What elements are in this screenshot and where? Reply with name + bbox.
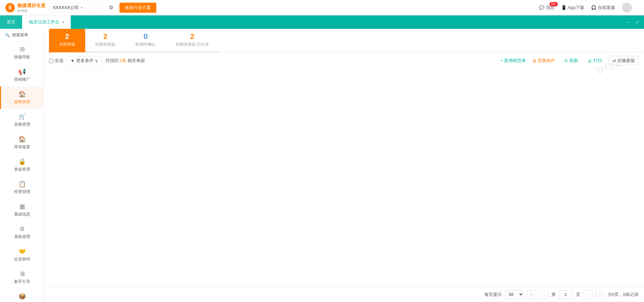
stats-tab-pending[interactable]: 0 旺铺待确认 <box>125 29 166 52</box>
switch-icon: ⇄ <box>612 58 616 63</box>
sidebar-item-operation[interactable]: 📋 经营管理 <box>0 176 43 199</box>
sidebar-system-label: 系统管理 <box>14 234 30 240</box>
sidebar-shortcut-label: 快捷导航 <box>14 54 30 60</box>
tab-home[interactable]: 首页 <box>0 15 22 29</box>
batch-label: 批量操作 <box>538 58 555 64</box>
page-size-select[interactable]: 50 10 20 100 <box>505 290 524 299</box>
sidebar-item-guide[interactable]: 🖥 新手引导 <box>0 266 43 289</box>
stats-tab-shipped[interactable]: 2 到期未收款 已出库 <box>166 29 219 52</box>
trial-button[interactable]: 体验行业方案 <box>119 3 156 13</box>
found-prefix: 共找到 <box>105 58 118 63</box>
print-button[interactable]: 🖨 打印 <box>585 56 605 65</box>
sidebar-finance-label: 资金管理 <box>14 167 30 172</box>
stats-count-shipped: 2 <box>191 33 195 40</box>
current-page-input[interactable] <box>559 290 573 299</box>
operation-icon: 📋 <box>18 180 26 188</box>
company-name: XXXXXX公司 <box>53 5 79 11</box>
switch-label: 切换新版 <box>618 58 635 64</box>
sidebar-sales-label: 销售管理 <box>14 99 30 105</box>
refresh-label: 刷新 <box>570 58 578 64</box>
sidebar-item-finance[interactable]: 🔒 资金管理 <box>0 154 43 176</box>
sidebar-item-sales[interactable]: 🏠 销售管理 <box>0 86 43 109</box>
chevron-down-icon: ▾ <box>81 6 83 9</box>
basic-icon: ▦ <box>18 203 26 210</box>
toolbar-left: 全选 ▼ 更多条件 ∨ 共找到 0条 相关单据 <box>49 56 496 65</box>
sidebar-purchase-label: 采购管理 <box>14 122 30 127</box>
prev-page-button[interactable]: ＜ <box>539 290 548 299</box>
batch-icon: ⊞ <box>533 58 536 63</box>
select-all-checkbox[interactable]: 全选 <box>49 58 63 64</box>
sidebar-item-basic[interactable]: ▦ 基础信息 <box>0 199 43 221</box>
first-page-button[interactable]: ⟨⟨ <box>527 290 536 299</box>
found-count: 0条 <box>120 58 126 63</box>
refresh-button[interactable]: ↻ 刷新 <box>562 56 581 65</box>
sidebar-marketing-label: 营销推广 <box>14 77 30 82</box>
app-download-button[interactable]: 📱 App下载 <box>561 5 584 11</box>
batch-operation-button[interactable]: ⊞ 批量操作 <box>530 56 558 65</box>
shortcut-icon: ⊞ <box>18 46 26 53</box>
sidebar-item-system[interactable]: ⚙ 系统管理 <box>0 221 43 244</box>
header-left: 6 畅捷通好生意 标准版 XXXXXX公司 ▾ ⚙ 体验行业方案 <box>5 2 156 13</box>
refresh-icon: ↻ <box>565 58 568 63</box>
appcenter-icon: 📦 <box>18 293 26 300</box>
tab-workbench[interactable]: 钱货日清工作台 × <box>22 15 71 29</box>
print-icon: 🖨 <box>588 58 592 63</box>
app-edition: 标准版 <box>17 8 46 13</box>
switch-version-button[interactable]: ⇄ 切换新版 <box>609 56 639 65</box>
stats-count-overdue: 2 <box>103 33 107 40</box>
tab-home-label: 首页 <box>7 19 15 25</box>
sidebar-operation-label: 经营管理 <box>14 189 30 195</box>
messages-badge: 99+ <box>549 2 557 6</box>
sidebar-item-cooperation[interactable]: 🤝 企业协同 <box>0 244 43 266</box>
online-service-label: 在线客服 <box>598 5 615 11</box>
online-service-button[interactable]: 🎧 在线客服 <box>591 5 615 11</box>
guide-icon: 🖥 <box>18 270 26 278</box>
last-page-button[interactable]: ⟩⟩ <box>596 290 604 299</box>
toolbar-right: + 新增销货单 ⊞ 批量操作 ↻ 刷新 🖨 打印 ⇄ <box>500 56 639 65</box>
service-icon: 🎧 <box>591 5 596 10</box>
header-right: 💬 消息 99+ 📱 App下载 🎧 在线客服 <box>539 3 639 13</box>
header: 6 畅捷通好生意 标准版 XXXXXX公司 ▾ ⚙ 体验行业方案 💬 消息 99… <box>0 0 644 15</box>
sidebar-item-appcenter[interactable]: 📦 应用中心 <box>0 289 43 302</box>
logo-text: 畅捷通好生意 标准版 <box>17 2 46 13</box>
select-all-input[interactable] <box>49 59 53 63</box>
content-area: 2 全部单据 2 到期未收款 0 旺铺待确认 2 到期未收款 已出库 <box>44 29 644 302</box>
settings-button[interactable]: ⚙ <box>106 3 116 13</box>
logo-icon: 6 <box>5 3 15 12</box>
table-area <box>44 69 644 287</box>
minimize-icon[interactable]: ─ <box>625 18 631 26</box>
nav-tabs: 首页 钱货日清工作台 × ─ ⤢ <box>0 15 644 29</box>
company-selector[interactable]: XXXXXX公司 ▾ <box>49 3 103 12</box>
found-text: 共找到 0条 相关单据 <box>105 58 145 64</box>
stats-tab-overdue[interactable]: 2 到期未收款 <box>85 29 125 52</box>
cooperation-icon: 🤝 <box>18 248 26 255</box>
pagination: 每页显示 50 10 20 100 ⟨⟨ ＜ 第 页 ＞ ⟩⟩ 共0页，0条记录 <box>44 287 644 302</box>
sidebar-basic-label: 基础信息 <box>14 212 30 217</box>
add-sales-order-button[interactable]: + 新增销货单 <box>500 58 526 64</box>
sidebar-item-marketing[interactable]: 📢 营销推广 <box>0 64 43 86</box>
content-inner: 2 全部单据 2 到期未收款 0 旺铺待确认 2 到期未收款 已出库 <box>44 29 644 302</box>
toolbar: 全选 ▼ 更多条件 ∨ 共找到 0条 相关单据 + 新增销货单 <box>44 53 644 69</box>
found-suffix: 相关单据 <box>127 58 145 63</box>
avatar[interactable] <box>622 3 632 13</box>
maximize-icon[interactable]: ⤢ <box>634 18 641 26</box>
stats-tab-all[interactable]: 2 全部单据 <box>49 29 85 52</box>
purchase-icon: 🛒 <box>18 113 26 120</box>
messages-button[interactable]: 💬 消息 99+ <box>539 5 554 11</box>
finance-icon: 🔒 <box>18 158 26 165</box>
filter-chevron-icon: ∨ <box>95 58 98 63</box>
sidebar-item-purchase[interactable]: 🛒 采购管理 <box>0 109 43 131</box>
page-label-pre: 第 <box>551 292 556 298</box>
filter-button[interactable]: ▼ 更多条件 ∨ <box>67 56 102 65</box>
marketing-icon: 📢 <box>18 68 26 75</box>
sidebar-item-shortcut[interactable]: ⊞ 快捷导航 <box>0 42 43 64</box>
sidebar-item-inventory[interactable]: 🏠 库存核算 <box>0 131 43 154</box>
stats-label-all: 全部单据 <box>59 42 75 47</box>
stats-label-pending: 旺铺待确认 <box>136 42 156 47</box>
next-page-button[interactable]: ＞ <box>584 290 592 299</box>
page-label-post: 页 <box>576 292 580 298</box>
nav-tabs-right: ─ ⤢ <box>625 18 644 26</box>
sidebar-search[interactable]: 🔍 搜索菜单 <box>0 29 43 42</box>
tab-close-icon[interactable]: × <box>62 20 64 24</box>
system-icon: ⚙ <box>18 225 26 233</box>
